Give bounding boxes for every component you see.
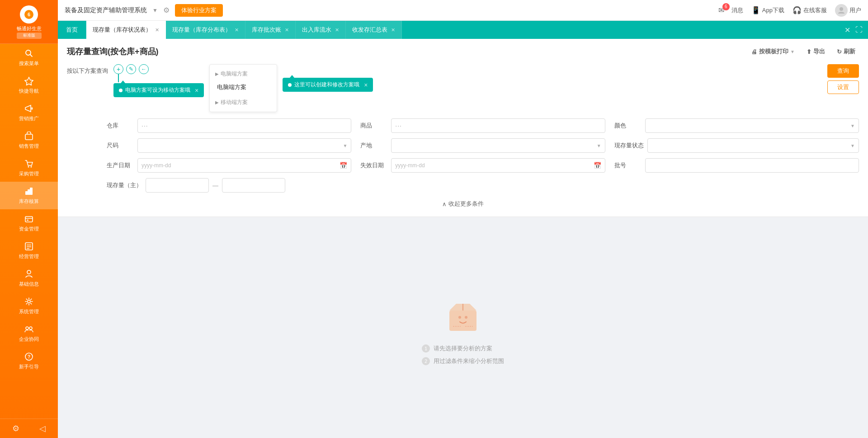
svg-text:6: 6 <box>28 12 30 17</box>
tab-inventory-dist[interactable]: 现存量（库存分布表） ✕ <box>166 21 245 39</box>
stock-main-dash: — <box>211 182 220 189</box>
sidebar-item-label: 销售管理 <box>19 143 39 150</box>
page-title-text: 现存量查询(按仓库+商品) <box>67 46 159 57</box>
production-date-input[interactable]: yyyy-mm-dd 📅 <box>137 158 351 173</box>
tooltip2-close[interactable]: × <box>364 81 368 89</box>
sidebar-item-operation[interactable]: 经营管理 <box>0 237 58 264</box>
phone-icon: 📱 <box>751 6 760 14</box>
tab-summary[interactable]: 收发存汇总表 ✕ <box>346 21 402 39</box>
enterprise-icon <box>24 324 34 334</box>
print-btn[interactable]: 🖨 按模板打印 ▼ <box>748 46 798 57</box>
sales-icon <box>24 131 34 141</box>
sidebar-item-label: 搜索菜单 <box>19 60 39 67</box>
message-btn[interactable]: ✉ 6 消息 <box>718 6 743 14</box>
reset-button[interactable]: 设置 <box>827 80 859 94</box>
tab-batch-account[interactable]: 库存批次账 ✕ <box>245 21 296 39</box>
sidebar-item-label: 资金管理 <box>19 226 39 232</box>
goods-input[interactable]: ··· <box>391 118 605 133</box>
sidebar-collapse-btn[interactable]: ◁ <box>39 424 46 433</box>
tab-inventory-status-close[interactable]: ✕ <box>155 27 159 33</box>
page-content: 现存量查询(按仓库+商品) 🖨 按模板打印 ▼ ⬆ 导出 ↻ 刷新 <box>58 39 868 438</box>
app-download-label: App下载 <box>762 6 784 14</box>
sidebar-item-finance[interactable]: 资金管理 <box>0 209 58 237</box>
sidebar-item-enterprise[interactable]: 企业协同 <box>0 320 58 347</box>
step-1-text: 请先选择要分析的方案 <box>434 344 492 353</box>
expiry-date-placeholder: yyyy-mm-dd <box>395 162 425 169</box>
svg-point-21 <box>27 270 31 274</box>
tab-home[interactable]: 首页 <box>58 21 86 39</box>
user-btn[interactable]: 用户 <box>835 4 861 17</box>
tab-summary-close[interactable]: ✕ <box>391 27 395 33</box>
tab-inventory-dist-close[interactable]: ✕ <box>235 27 239 33</box>
trial-button[interactable]: 体验行业方案 <box>175 4 223 17</box>
search-button[interactable]: 查询 <box>827 64 859 78</box>
sidebar-item-marketing[interactable]: 营销推广 <box>0 99 58 127</box>
sidebar-item-label: 快捷导航 <box>19 88 39 94</box>
filter-section: 现存量查询(按仓库+商品) 🖨 按模板打印 ▼ ⬆ 导出 ↻ 刷新 <box>58 39 868 217</box>
main-content: 装备及固定资产辅助管理系统 ▼ ⚙ 体验行业方案 ✉ 6 消息 📱 App下载 … <box>58 0 868 438</box>
filter-row-1: 仓库 ··· 商品 ··· 颜色 <box>107 118 859 133</box>
goods-label: 商品 <box>360 122 387 130</box>
tab-inout-flow-close[interactable]: ✕ <box>335 27 339 33</box>
sidebar-item-sales[interactable]: 销售管理 <box>0 127 58 154</box>
topbar: 装备及固定资产辅助管理系统 ▼ ⚙ 体验行业方案 ✉ 6 消息 📱 App下载 … <box>58 0 868 21</box>
origin-input[interactable]: ▼ <box>391 138 605 153</box>
stock-status-input[interactable]: ▼ <box>647 138 859 153</box>
tab-batch-account-close[interactable]: ✕ <box>285 27 289 33</box>
tabbar-actions: ✕ ⛶ <box>838 21 868 39</box>
expiry-date-calendar-icon[interactable]: 📅 <box>594 162 601 169</box>
batch-no-input[interactable] <box>645 158 859 173</box>
sidebar-item-basic-info[interactable]: 基础信息 <box>0 264 58 292</box>
sidebar-item-search-menu[interactable]: 搜索菜单 <box>0 44 58 71</box>
sidebar-item-quick-nav[interactable]: 快捷导航 <box>0 71 58 99</box>
scheme-item-pc[interactable]: 电脑端方案 <box>210 80 277 95</box>
tooltip1-close[interactable]: × <box>195 87 198 94</box>
size-label: 尺码 <box>107 141 134 150</box>
sidebar-item-purchase[interactable]: 采购管理 <box>0 154 58 182</box>
expiry-date-label: 失效日期 <box>360 161 387 170</box>
svg-text:?: ? <box>28 354 30 359</box>
search-reset-area: 查询 设置 <box>827 64 859 94</box>
scheme-add-btn[interactable]: + <box>113 64 123 74</box>
tab-home-label: 首页 <box>66 26 78 34</box>
export-label: 导出 <box>813 47 825 56</box>
page-title-bar: 现存量查询(按仓库+商品) 🖨 按模板打印 ▼ ⬆ 导出 ↻ 刷新 <box>67 46 859 57</box>
collapse-bar[interactable]: ∧ 收起更多条件 <box>67 196 859 210</box>
empty-step-1: 1 请先选择要分析的方案 <box>422 344 492 353</box>
sidebar-settings-btn[interactable]: ⚙ <box>12 424 19 433</box>
stock-status-arrow-icon: ▼ <box>850 143 855 148</box>
support-label: 在线客服 <box>803 6 827 14</box>
tab-fullscreen-btn[interactable]: ⛶ <box>854 24 864 35</box>
quick-nav-icon <box>24 76 34 86</box>
sidebar-item-system[interactable]: 系统管理 <box>0 292 58 320</box>
warehouse-input[interactable]: ··· <box>137 118 351 133</box>
size-input[interactable]: ▼ <box>137 138 351 153</box>
system-dropdown-icon[interactable]: ▼ <box>152 7 158 14</box>
refresh-btn[interactable]: ↻ 刷新 <box>833 46 859 57</box>
refresh-label: 刷新 <box>844 47 855 56</box>
empty-illustration <box>440 290 486 335</box>
sidebar-item-inventory[interactable]: 库存核算 <box>0 182 58 209</box>
topbar-settings-icon[interactable]: ⚙ <box>163 6 170 14</box>
tab-inout-flow[interactable]: 出入库流水 ✕ <box>296 21 346 39</box>
system-name: 装备及固定资产辅助管理系统 <box>65 6 147 14</box>
scheme-back-btn[interactable]: ← <box>139 64 149 74</box>
sidebar-item-label: 企业协同 <box>19 336 39 343</box>
empty-step-2: 2 用过滤条件来缩小分析范围 <box>422 357 504 365</box>
export-btn[interactable]: ⬆ 导出 <box>803 46 829 57</box>
app-download-btn[interactable]: 📱 App下载 <box>751 6 784 14</box>
scheme-edit-btn[interactable]: ✎ <box>126 64 136 74</box>
tooltip2-text: 这里可以创建和修改方案哦 <box>294 81 359 89</box>
production-date-calendar-icon[interactable]: 📅 <box>340 162 347 169</box>
color-input[interactable]: ▼ <box>645 118 859 133</box>
tab-inventory-status[interactable]: 现存量（库存状况表） ✕ <box>86 21 166 39</box>
sidebar-item-label: 采购管理 <box>19 170 39 177</box>
tab-close-all-btn[interactable]: ✕ <box>842 24 853 35</box>
expiry-date-input[interactable]: yyyy-mm-dd 📅 <box>391 158 605 173</box>
stock-main-min[interactable] <box>146 178 209 193</box>
sidebar-item-guide[interactable]: ? 新手引导 <box>0 347 58 375</box>
support-btn[interactable]: 🎧 在线客服 <box>793 6 827 14</box>
stock-main-max[interactable] <box>222 178 285 193</box>
scheme-list-panel: ▶ 电脑端方案 电脑端方案 ▶ 移动端方案 <box>209 64 277 112</box>
collapse-up-icon: ∧ <box>442 201 447 207</box>
